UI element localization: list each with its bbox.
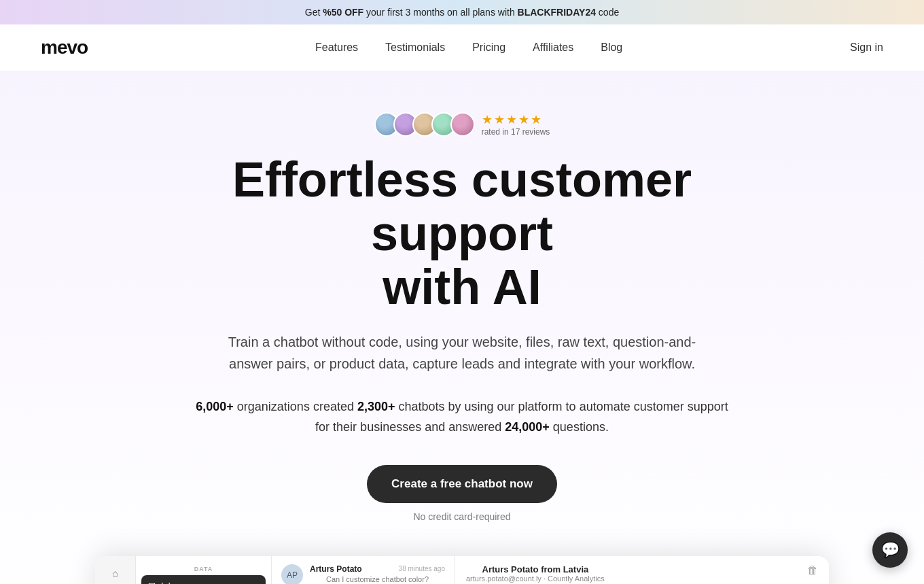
cta-button[interactable]: Create a free chatbot now: [367, 465, 557, 503]
stat1-num: 6,000+: [196, 400, 234, 413]
stat3-num: 24,000+: [505, 420, 550, 434]
nav-pricing[interactable]: Pricing: [472, 41, 505, 54]
hero-heading-line2: with AI: [383, 260, 541, 314]
stars-container: ★★★★★ rated in 17 reviews: [482, 112, 550, 137]
nav-features[interactable]: Features: [315, 41, 358, 54]
promo-banner: Get %50 OFF your first 3 months on all p…: [0, 0, 924, 24]
chat-area: Arturs Potato from Latvia arturs.potato@…: [455, 556, 829, 584]
conv-avatar-1: AP: [281, 564, 303, 584]
banner-text-suffix: code: [596, 7, 619, 18]
dashboard-preview: ⌂ ⚙ 👤 DATA ✉ Inbox LOGIC ▦ Products AP: [95, 556, 829, 584]
chat-widget-icon: 💬: [881, 541, 900, 559]
banner-text-prefix: Get: [305, 7, 323, 18]
conv-name-1: Arturs Potato: [310, 564, 362, 574]
stat3-label: questions.: [550, 420, 609, 434]
home-icon: ⌂: [108, 566, 123, 581]
inbox-icon: ✉: [148, 581, 156, 584]
conv-msg-1: Can I customize chatbot color?: [310, 575, 445, 583]
hero-section: ★★★★★ rated in 17 reviews Effortless cus…: [0, 71, 924, 584]
conv-body-1: Arturs Potato 38 minutes ago Can I custo…: [310, 564, 445, 583]
menu-inbox-label: Inbox: [161, 581, 183, 584]
conversations-list: AP Arturs Potato 38 minutes ago Can I cu…: [272, 556, 455, 584]
hero-stats: 6,000+ organizations created 2,300+ chat…: [190, 396, 734, 438]
banner-code: BLACKFRIDAY24: [518, 7, 596, 18]
conv-time-1: 38 minutes ago: [399, 565, 445, 572]
nav-testimonials[interactable]: Testimonials: [385, 41, 445, 54]
hero-heading: Effortless customer support with AI: [156, 153, 768, 315]
nav-links: Features Testimonials Pricing Affiliates…: [315, 41, 622, 54]
dashboard-left-panel: DATA ✉ Inbox LOGIC ▦ Products: [136, 556, 272, 584]
menu-inbox[interactable]: ✉ Inbox: [141, 575, 266, 584]
star-rating: ★★★★★: [482, 112, 543, 127]
stat2-num: 2,300+: [357, 400, 395, 413]
chat-user-sub: arturs.potato@count.ly · Countly Analyti…: [466, 574, 605, 583]
nav-affiliates[interactable]: Affiliates: [533, 41, 573, 54]
rated-text: rated in 17 reviews: [482, 127, 550, 137]
avatar-group: [374, 112, 475, 137]
social-proof: ★★★★★ rated in 17 reviews: [27, 112, 897, 137]
chat-support-widget[interactable]: 💬: [872, 532, 908, 568]
chat-user-name: Arturs Potato from Latvia: [466, 564, 605, 574]
avatar: [450, 112, 475, 137]
conversation-item[interactable]: AP Arturs Potato 38 minutes ago Can I cu…: [272, 556, 455, 584]
section-data-label: DATA: [136, 563, 271, 575]
hero-subtext: Train a chatbot without code, using your…: [217, 331, 707, 375]
stat1-label: organizations created: [234, 400, 357, 413]
banner-discount: %50 OFF: [323, 7, 363, 18]
chat-header: Arturs Potato from Latvia arturs.potato@…: [466, 564, 818, 583]
nav-blog[interactable]: Blog: [601, 41, 622, 54]
banner-text-mid: your first 3 months on all plans with: [363, 7, 517, 18]
navbar: mevo Features Testimonials Pricing Affil…: [0, 24, 924, 71]
no-credit-text: No credit card-required: [27, 511, 897, 522]
trash-icon[interactable]: 🗑: [807, 564, 818, 577]
chat-user-info: Arturs Potato from Latvia arturs.potato@…: [466, 564, 605, 583]
signin-link[interactable]: Sign in: [850, 41, 883, 54]
conv-header-1: Arturs Potato 38 minutes ago: [310, 564, 445, 574]
cta-container: Create a free chatbot now No credit card…: [27, 465, 897, 522]
dashboard-sidebar: ⌂ ⚙ 👤: [95, 556, 136, 584]
hero-heading-line1: Effortless customer support: [232, 152, 692, 260]
site-logo[interactable]: mevo: [41, 37, 88, 58]
